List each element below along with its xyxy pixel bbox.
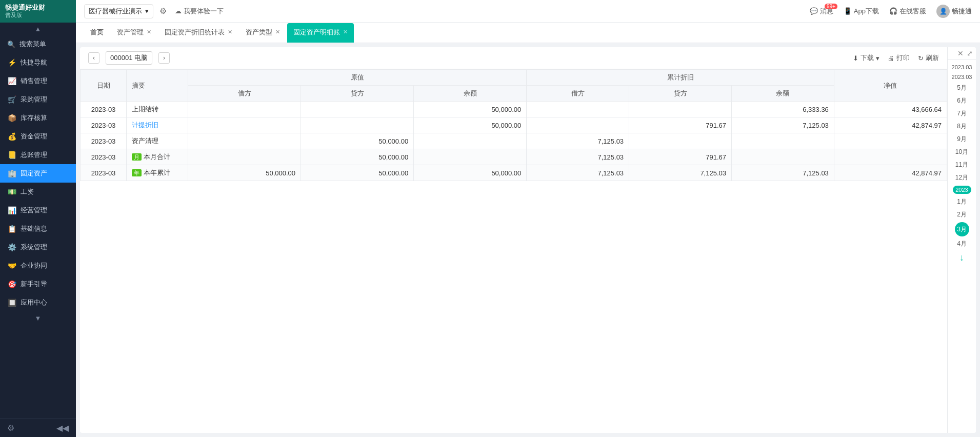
sidebar-item-label: 资金管理 <box>21 132 47 141</box>
sidebar-item-fixed-assets[interactable]: 🏢 固定资产 <box>0 164 76 183</box>
download-btn[interactable]: ⬇ 下载 ▾ <box>853 53 879 63</box>
expand-panel-icon[interactable]: ⤢ <box>967 49 973 57</box>
refresh-btn[interactable]: ↻ 刷新 <box>918 53 939 63</box>
sidebar-item-label: 应用中心 <box>21 298 47 307</box>
sidebar-item-enterprise[interactable]: 🤝 企业协同 <box>0 256 76 275</box>
table-cell-acc-credit: 7,125.03 <box>629 165 732 181</box>
app-download-icon: 📱 <box>844 7 852 15</box>
sidebar-scroll-down[interactable]: ▼ <box>0 312 76 324</box>
th-acc-balance: 余额 <box>731 86 834 102</box>
th-accumulated: 累计折旧 <box>527 70 834 86</box>
table-row: 2023-03 <box>81 102 127 117</box>
topbar: 医疗器械行业演示 ▾ ⚙ ☁ 我要体验一下 💬 消息 99+ 📱 App下载 🎧… <box>76 0 980 23</box>
timeline-item[interactable]: 12月 <box>948 171 976 184</box>
service-icon: 🎧 <box>889 7 897 15</box>
table-cell-summary: 资产清理 <box>127 133 188 149</box>
table-cell-credit: 50,000.00 <box>301 149 414 165</box>
collapse-icon[interactable]: ◀◀ <box>56 423 69 433</box>
table-cell-net-value <box>834 133 947 149</box>
sidebar-item-ledger[interactable]: 📒 总账管理 <box>0 146 76 164</box>
sidebar-item-purchase[interactable]: 🛒 采购管理 <box>0 90 76 109</box>
timeline-item[interactable]: 8月 <box>948 120 976 133</box>
sidebar-item-system[interactable]: ⚙️ 系统管理 <box>0 238 76 256</box>
avatar: 👤 <box>936 5 950 18</box>
company-selector[interactable]: 医疗器械行业演示 ▾ <box>84 4 153 18</box>
sidebar-item-label: 工资 <box>21 187 34 196</box>
sidebar-item-finance[interactable]: 💰 资金管理 <box>0 127 76 146</box>
tab-asset-detail[interactable]: 固定资产明细账 ✕ <box>287 23 354 43</box>
sidebar-item-label: 基础信息 <box>21 224 47 233</box>
timeline-item[interactable]: 9月 <box>948 133 976 146</box>
company-dropdown-icon: ▾ <box>145 7 149 15</box>
download-icon: ⬇ <box>853 54 858 62</box>
table-cell-acc-balance <box>731 133 834 149</box>
timeline-item[interactable]: 10月 <box>948 146 976 158</box>
tab-depreciation-table[interactable]: 固定资产折旧统计表 ✕ <box>158 23 238 43</box>
sidebar-item-guide[interactable]: 🎯 新手引导 <box>0 275 76 293</box>
table-cell-debit <box>188 133 301 149</box>
refresh-icon: ↻ <box>918 54 924 62</box>
timeline-item[interactable]: 4月 <box>948 237 976 250</box>
sidebar-item-payroll[interactable]: 💵 工资 <box>0 183 76 201</box>
sidebar-item-label: 采购管理 <box>21 95 47 104</box>
tab-depreciation-label: 固定资产折旧统计表 <box>165 28 225 37</box>
message-btn[interactable]: 💬 消息 99+ <box>810 7 833 16</box>
table-cell-acc-credit <box>629 133 732 149</box>
sidebar-item-inventory[interactable]: 📦 库存核算 <box>0 109 76 127</box>
table-wrapper: ‹ 000001 电脑 › ⬇ 下载 ▾ 🖨 打印 ↻ 刷新 <box>80 47 947 433</box>
sidebar-item-search[interactable]: 🔍 搜索菜单 <box>0 35 76 53</box>
sidebar-scroll-up[interactable]: ▲ <box>0 23 76 35</box>
close-panel-icon[interactable]: ✕ <box>957 49 964 57</box>
table-cell-balance: 50,000.00 <box>414 102 527 117</box>
timeline-down-arrow[interactable]: ↓ <box>957 250 966 265</box>
tab-close-icon[interactable]: ✕ <box>343 29 348 35</box>
sales-icon: 📈 <box>7 76 16 86</box>
sidebar-item-basic-info[interactable]: 📋 基础信息 <box>0 220 76 238</box>
th-summary: 摘要 <box>127 70 188 102</box>
sidebar-item-label: 新手引导 <box>21 280 47 289</box>
timeline-item: 2023.03 <box>948 72 976 82</box>
sidebar-item-label: 总账管理 <box>21 150 47 160</box>
table-cell-acc-debit: 7,125.03 <box>527 165 629 181</box>
timeline-item[interactable]: 5月 <box>948 82 976 94</box>
prev-asset-btn[interactable]: ‹ <box>88 52 99 64</box>
data-table: 日期 摘要 原值 累计折旧 净值 借方 贷方 余额 借方 贷方 余额 <box>80 69 947 181</box>
timeline-item[interactable]: 11月 <box>948 158 976 171</box>
table-cell-summary: 计提折旧 <box>127 117 188 133</box>
inventory-icon: 📦 <box>7 113 16 123</box>
settings-gear-icon[interactable]: ⚙ <box>159 6 167 16</box>
user-btn[interactable]: 👤 畅捷通 <box>936 5 972 18</box>
table-cell-acc-debit: 7,125.03 <box>527 149 629 165</box>
sidebar-item-app-center[interactable]: 🔲 应用中心 <box>0 293 76 312</box>
fixed-assets-icon: 🏢 <box>7 169 16 178</box>
table-cell-balance: 50,000.00 <box>414 117 527 133</box>
sidebar-item-operations[interactable]: 📊 经营管理 <box>0 201 76 220</box>
tab-close-icon[interactable]: ✕ <box>147 29 151 35</box>
refresh-label: 刷新 <box>926 53 939 63</box>
timeline-item[interactable]: 1月 <box>948 195 976 208</box>
timeline-item[interactable]: 7月 <box>948 107 976 120</box>
tab-close-icon[interactable]: ✕ <box>228 29 232 35</box>
app-download-btn[interactable]: 📱 App下载 <box>844 7 879 16</box>
sidebar-item-quick-nav[interactable]: ⚡ 快捷导航 <box>0 53 76 72</box>
customer-service-btn[interactable]: 🎧 在线客服 <box>889 7 926 16</box>
tab-asset-mgmt[interactable]: 资产管理 ✕ <box>111 23 157 43</box>
download-dropdown-icon: ▾ <box>876 54 879 62</box>
sidebar-item-sales[interactable]: 📈 销售管理 <box>0 72 76 90</box>
timeline-item[interactable]: 6月 <box>948 94 976 107</box>
settings-icon[interactable]: ⚙ <box>7 423 14 433</box>
timeline-item[interactable]: 3月 <box>955 222 969 236</box>
experience-btn[interactable]: ☁ 我要体验一下 <box>175 7 224 16</box>
sidebar-header: 畅捷通好业财 普及版 <box>0 0 76 23</box>
print-btn[interactable]: 🖨 打印 <box>888 53 910 63</box>
tab-close-icon[interactable]: ✕ <box>275 29 280 35</box>
next-asset-btn[interactable]: › <box>158 52 170 64</box>
table-cell-summary: 月本月合计 <box>127 149 188 165</box>
guide-icon: 🎯 <box>7 280 16 289</box>
print-icon: 🖨 <box>888 54 894 62</box>
tab-asset-type[interactable]: 资产类型 ✕ <box>239 23 286 43</box>
sidebar-item-label: 库存核算 <box>21 113 47 123</box>
content-area: ‹ 000001 电脑 › ⬇ 下载 ▾ 🖨 打印 ↻ 刷新 <box>80 47 976 433</box>
timeline-item[interactable]: 2月 <box>948 208 976 221</box>
tab-home[interactable]: 首页 <box>84 23 110 43</box>
